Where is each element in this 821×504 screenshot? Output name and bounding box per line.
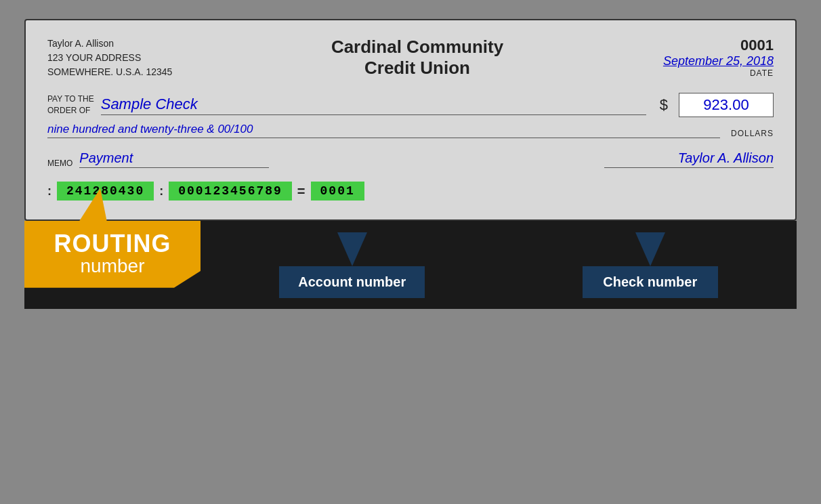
check-top-row: Taylor A. Allison 123 YOUR ADDRESS SOMEW… [47, 37, 774, 86]
check-date: September 25, 2018 [663, 54, 774, 68]
payee-line: Sample Check [101, 96, 646, 115]
bottom-labels-area: Account number Check number [201, 221, 797, 309]
address-line1: 123 YOUR ADDRESS [47, 51, 196, 65]
pay-to-label: PAY TO THEORDER OF [47, 93, 94, 117]
dollars-label: DOLLARS [731, 129, 774, 138]
amount-box: 923.00 [679, 93, 774, 117]
micr-row: : 241280430 : 000123456789 = 0001 [47, 182, 774, 201]
bank-name: Cardinal Community Credit Union [196, 37, 638, 79]
date-label: DATE [663, 68, 774, 78]
bank-name-line2: Credit Union [364, 58, 470, 78]
routing-label-number: number [81, 256, 145, 277]
dollar-sign: $ [660, 96, 668, 114]
routing-label-container: ROUTING number [24, 221, 201, 309]
account-number-arrow [337, 232, 367, 266]
check-number-label-item: Check number [583, 232, 718, 298]
account-number-label: Account number [279, 266, 425, 298]
check-address: Taylor A. Allison 123 YOUR ADDRESS SOMEW… [47, 37, 196, 79]
written-amount: nine hundred and twenty-three & 00/100 [47, 123, 253, 135]
check-top-right: 0001 September 25, 2018 DATE [638, 37, 774, 86]
address-line2: SOMEWHERE. U.S.A. 12345 [47, 65, 196, 79]
memo-row: MEMO Payment Taylor A. Allison [47, 150, 774, 168]
memo-value: Payment [79, 150, 133, 165]
bottom-section: ROUTING number Account number Check numb… [24, 221, 797, 309]
pay-to-row: PAY TO THEORDER OF Sample Check $ 923.00 [47, 93, 774, 117]
memo-label: MEMO [47, 159, 72, 168]
bank-name-line1: Cardinal Community [331, 37, 503, 57]
written-amount-line: nine hundred and twenty-three & 00/100 [47, 123, 720, 138]
signature-line: Taylor A. Allison [604, 150, 774, 168]
account-number-label-item: Account number [279, 232, 425, 298]
routing-label-routing: ROUTING [54, 232, 171, 256]
routing-arrow-indicator [79, 188, 107, 222]
micr-open-symbol: : [47, 184, 51, 198]
micr-check-num: 0001 [311, 182, 364, 201]
micr-equals: = [297, 184, 306, 199]
routing-label-box: ROUTING number [24, 221, 201, 288]
memo-line: Payment [79, 150, 269, 168]
check-number: 0001 [740, 37, 774, 54]
micr-close-symbol: : [159, 184, 163, 198]
written-amount-row: nine hundred and twenty-three & 00/100 D… [47, 123, 774, 138]
address-name: Taylor A. Allison [47, 37, 196, 51]
signature: Taylor A. Allison [678, 150, 774, 165]
memo-left: MEMO Payment [47, 150, 269, 168]
check: Taylor A. Allison 123 YOUR ADDRESS SOMEW… [24, 19, 797, 221]
payee-name: Sample Check [101, 96, 198, 112]
check-number-arrow [635, 232, 665, 266]
micr-account: 000123456789 [169, 182, 292, 201]
check-date-section: September 25, 2018 DATE [663, 54, 774, 78]
check-number-label: Check number [583, 266, 718, 298]
